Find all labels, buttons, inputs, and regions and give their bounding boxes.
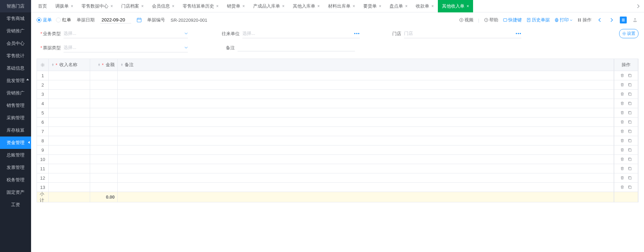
- cell-remark[interactable]: [118, 118, 614, 127]
- copy-icon[interactable]: [628, 148, 632, 152]
- delete-icon[interactable]: [620, 83, 624, 87]
- copy-icon[interactable]: [628, 167, 632, 171]
- cell-amount[interactable]: [90, 118, 118, 127]
- table-row[interactable]: 4: [37, 99, 614, 108]
- sidebar-item-11[interactable]: 资金管理: [0, 137, 31, 149]
- copy-icon[interactable]: [628, 139, 632, 143]
- sidebar-item-15[interactable]: 固定资产: [0, 186, 31, 199]
- close-icon[interactable]: ×: [431, 0, 434, 12]
- ops-link[interactable]: 操作: [577, 17, 592, 23]
- sidebar-item-9[interactable]: 采购管理: [0, 112, 31, 124]
- cell-remark[interactable]: [118, 136, 614, 145]
- history-link[interactable]: 历史单据: [527, 17, 550, 23]
- partner-select[interactable]: 选择... •••: [242, 29, 360, 38]
- cell-remark[interactable]: [118, 155, 614, 164]
- table-row[interactable]: 13: [37, 182, 614, 192]
- close-icon[interactable]: ×: [282, 0, 285, 12]
- tab-8[interactable]: 其他入库单×: [289, 0, 324, 12]
- col-settings[interactable]: [37, 59, 49, 71]
- sidebar-item-8[interactable]: 销售管理: [0, 99, 31, 112]
- tab-11[interactable]: 盘点单×: [385, 0, 412, 12]
- calendar-icon[interactable]: [137, 18, 142, 22]
- cell-name[interactable]: [49, 118, 90, 127]
- close-icon[interactable]: ×: [379, 0, 381, 12]
- tab-12[interactable]: 收款单×: [412, 0, 438, 12]
- tab-9[interactable]: 材料出库单×: [324, 0, 359, 12]
- sidebar-item-6[interactable]: 批发管理: [0, 74, 31, 87]
- copy-icon[interactable]: [628, 101, 632, 105]
- cell-amount[interactable]: [90, 108, 118, 117]
- delete-icon[interactable]: [620, 176, 624, 180]
- cell-amount[interactable]: [90, 90, 118, 99]
- copy-icon[interactable]: [628, 185, 632, 189]
- remark-input[interactable]: [238, 44, 355, 51]
- close-icon[interactable]: ×: [242, 0, 245, 12]
- delete-icon[interactable]: [620, 92, 624, 96]
- cell-amount[interactable]: [90, 145, 118, 154]
- tabs-scroll-right-icon[interactable]: [635, 0, 641, 12]
- delete-icon[interactable]: [620, 73, 624, 78]
- col-remark[interactable]: ▲▼备注: [118, 59, 614, 71]
- tab-6[interactable]: 销货单×: [223, 0, 249, 12]
- cell-name[interactable]: [49, 136, 90, 145]
- cell-name[interactable]: [49, 173, 90, 182]
- cell-remark[interactable]: [118, 80, 614, 89]
- col-amount[interactable]: ▲▼*金额: [90, 59, 118, 71]
- table-row[interactable]: 7: [37, 127, 614, 136]
- nav-prev-icon[interactable]: [596, 17, 603, 23]
- cell-name[interactable]: [49, 71, 90, 80]
- cell-name[interactable]: [49, 164, 90, 173]
- settings-button[interactable]: 设置: [619, 29, 638, 38]
- table-row[interactable]: 8: [37, 136, 614, 145]
- cell-name[interactable]: [49, 80, 90, 89]
- cell-name[interactable]: [49, 155, 90, 164]
- copy-icon[interactable]: [628, 83, 632, 87]
- delete-icon[interactable]: [620, 120, 624, 124]
- sidebar-item-4[interactable]: 零售统计: [0, 50, 31, 62]
- close-icon[interactable]: ×: [467, 0, 469, 12]
- list-view-icon[interactable]: [620, 17, 627, 23]
- tab-13[interactable]: 其他收入单×: [438, 0, 473, 12]
- cell-remark[interactable]: [118, 108, 614, 117]
- delete-icon[interactable]: [620, 148, 624, 152]
- table-row[interactable]: 11: [37, 164, 614, 173]
- help-link[interactable]: ? 帮助: [484, 17, 498, 23]
- tab-5[interactable]: 零售结算单历史×: [179, 0, 223, 12]
- cell-remark[interactable]: [118, 164, 614, 173]
- date-input[interactable]: [100, 17, 131, 23]
- close-icon[interactable]: ×: [216, 0, 219, 12]
- copy-icon[interactable]: [628, 129, 632, 133]
- table-row[interactable]: 1: [37, 71, 614, 80]
- cell-remark[interactable]: [118, 183, 614, 192]
- delete-icon[interactable]: [620, 157, 624, 161]
- delete-icon[interactable]: [620, 185, 624, 189]
- tab-1[interactable]: 调拨单×: [51, 0, 77, 12]
- cell-remark[interactable]: [118, 145, 614, 154]
- delete-icon[interactable]: [620, 139, 624, 143]
- sidebar-item-10[interactable]: 库存核算: [0, 124, 31, 137]
- tab-3[interactable]: 门店档案×: [117, 0, 148, 12]
- cell-amount[interactable]: [90, 80, 118, 89]
- cell-remark[interactable]: [118, 90, 614, 99]
- cell-name[interactable]: [49, 99, 90, 108]
- delete-icon[interactable]: [620, 129, 624, 133]
- delete-icon[interactable]: [620, 167, 624, 171]
- video-link[interactable]: 视频: [459, 17, 473, 23]
- cell-amount[interactable]: [90, 173, 118, 182]
- sidebar-item-7[interactable]: 营销推广: [0, 87, 31, 99]
- sidebar-item-12[interactable]: 总账管理: [0, 149, 31, 161]
- delete-icon[interactable]: [620, 111, 624, 115]
- cell-name[interactable]: [49, 127, 90, 136]
- copy-icon[interactable]: [628, 157, 632, 161]
- radio-red[interactable]: 红单: [56, 17, 71, 23]
- close-icon[interactable]: ×: [71, 0, 73, 12]
- invoice-type-select[interactable]: 选择...: [64, 43, 188, 52]
- close-icon[interactable]: ×: [353, 0, 355, 12]
- cell-name[interactable]: [49, 145, 90, 154]
- tab-10[interactable]: 要货单×: [359, 0, 385, 12]
- table-row[interactable]: 12: [37, 173, 614, 182]
- close-icon[interactable]: ×: [317, 0, 320, 12]
- cell-name[interactable]: [49, 90, 90, 99]
- tab-4[interactable]: 会员信息×: [148, 0, 179, 12]
- cell-remark[interactable]: [118, 173, 614, 182]
